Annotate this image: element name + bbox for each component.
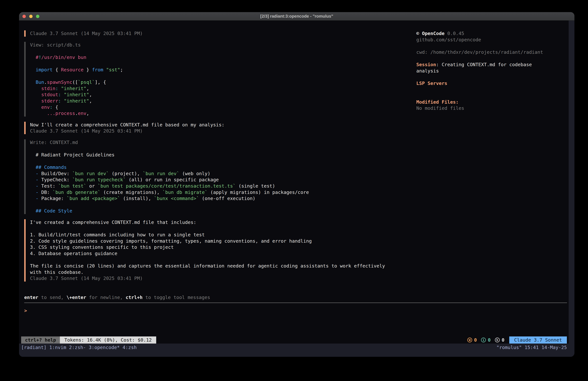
terminal-line xyxy=(416,93,566,99)
warning-diagnostic: W0 xyxy=(467,337,477,343)
info-icon: i xyxy=(481,337,486,342)
traffic-lights xyxy=(22,12,39,21)
info-diagnostic: i0 xyxy=(481,337,491,343)
tmux-window-list[interactable]: [radiant] 1:nvim 2:zsh- 3:opencode* 4:zs… xyxy=(21,344,137,351)
assistant-text-block: Now I'll create a comprehensive CONTEXT.… xyxy=(24,122,402,134)
tmux-status-bar: [radiant] 1:nvim 2:zsh- 3:opencode* 4:zs… xyxy=(19,344,574,357)
terminal-line xyxy=(416,74,566,80)
model-badge[interactable]: Claude 3.7 Sonnet xyxy=(509,336,567,344)
terminal-line: 1. Build/lint/test commands including ho… xyxy=(30,232,402,238)
terminal-line xyxy=(416,86,566,93)
terminal-line: 2. Code style guidelines covering import… xyxy=(30,238,402,244)
terminal-line: github.com/sst/opencode xyxy=(416,37,566,43)
terminal-line: - Package: `bun add <package>` (install)… xyxy=(30,195,402,202)
terminal-line: Claude 3.7 Sonnet (14 May 2025 03:41 PM) xyxy=(30,30,402,37)
terminal-line xyxy=(30,202,402,208)
terminal-line: Claude 3.7 Sonnet (14 May 2025 03:41 PM) xyxy=(30,128,402,134)
terminal-line xyxy=(30,146,402,152)
terminal-line: © OpenCode 0.0.45 xyxy=(416,30,566,37)
terminal-line: - Test: `bun test` or `bun test packages… xyxy=(30,183,402,189)
hint-icon: h xyxy=(495,337,500,342)
terminal-line: # Radiant Project Guidelines xyxy=(30,152,402,158)
assistant-summary-block: I've created a comprehensive CONTEXT.md … xyxy=(24,219,402,282)
status-bar: ctrl+? help Tokens: 16.4K (8%), Cost: $0… xyxy=(19,336,569,344)
hint-diagnostic: h0 xyxy=(495,337,504,343)
terminal-line: Bun.spawnSync([`psql`], { xyxy=(30,79,402,85)
terminal-line xyxy=(30,48,402,54)
window-titlebar: [2/3] radiant:3:opencode - "romulus" xyxy=(19,12,574,21)
terminal-line: #!/usr/bin/env bun xyxy=(30,54,402,61)
tmux-session-clock: "romulus" 15:41 14-May-25 xyxy=(497,344,567,351)
window-title: [2/3] radiant:3:opencode - "romulus" xyxy=(260,14,333,19)
terminal-line: ## Commands xyxy=(30,164,402,171)
terminal-line: import { Resource } from "sst"; xyxy=(30,67,402,73)
terminal-line: with this codebase. xyxy=(30,269,402,275)
chat-input[interactable]: > xyxy=(24,308,567,327)
terminal-line: 4. Database operations guidance xyxy=(30,250,402,257)
terminal-line: - TypeCheck: `bun run typecheck` (all) o… xyxy=(30,177,402,183)
zoom-button[interactable] xyxy=(36,15,39,18)
terminal-window: [2/3] radiant:3:opencode - "romulus" Cla… xyxy=(19,12,574,357)
status-bar-left: ctrl+? help Tokens: 16.4K (8%), Cost: $0… xyxy=(21,336,156,344)
terminal-line: I've created a comprehensive CONTEXT.md … xyxy=(30,219,402,225)
minimize-button[interactable] xyxy=(29,15,33,18)
terminal-line: Write: CONTEXT.md xyxy=(30,139,402,146)
status-bar-right: W0i0h0 Claude 3.7 Sonnet xyxy=(463,336,567,344)
terminal-line xyxy=(416,43,566,49)
warning-icon: W xyxy=(467,337,472,342)
terminal-line xyxy=(30,73,402,79)
message-list: Claude 3.7 Sonnet (14 May 2025 03:41 PM)… xyxy=(24,30,402,287)
session-sidebar: © OpenCode 0.0.45github.com/sst/opencode… xyxy=(416,30,566,112)
diagnostics-counters: W0i0h0 xyxy=(463,337,504,343)
terminal-line: No modified files xyxy=(416,105,566,112)
terminal-line: ## Code Style xyxy=(30,208,402,214)
opencode-tui: Claude 3.7 Sonnet (14 May 2025 03:41 PM)… xyxy=(19,21,569,344)
terminal-line xyxy=(30,158,402,164)
terminal-line: Session: Creating CONTEXT.md for codebas… xyxy=(416,62,566,68)
terminal-line: cwd: /home/thdxr/dev/projects/radiant/ra… xyxy=(416,49,566,55)
terminal-line: The file is concise (20 lines) and captu… xyxy=(30,263,402,269)
assistant-meta-block: Claude 3.7 Sonnet (14 May 2025 03:41 PM) xyxy=(24,30,402,37)
terminal-line xyxy=(30,60,402,67)
tokens-cost-badge: Tokens: 16.4K (8%), Cost: $0.12 xyxy=(60,336,156,344)
tool-write-block: Write: CONTEXT.md # Radiant Project Guid… xyxy=(24,139,402,214)
close-button[interactable] xyxy=(22,15,26,18)
terminal-line: - DB: `bun db generate` (create migratio… xyxy=(30,189,402,196)
terminal-line: ...process.env, xyxy=(30,110,402,116)
help-badge[interactable]: ctrl+? help xyxy=(21,336,60,344)
terminal-line: stdin: "inherit", xyxy=(30,85,402,92)
tool-view-block: View: script/db.ts #!/usr/bin/env bun im… xyxy=(24,42,402,116)
terminal-line: LSP Servers xyxy=(416,80,566,87)
input-separator xyxy=(24,303,567,303)
warning-count: 0 xyxy=(474,337,477,343)
terminal-line: analysis xyxy=(416,68,566,74)
terminal-line: env: { xyxy=(30,104,402,111)
terminal-line xyxy=(30,225,402,232)
info-count: 0 xyxy=(488,337,491,343)
hint-count: 0 xyxy=(502,337,504,343)
terminal-line: Claude 3.7 Sonnet (14 May 2025 03:41 PM) xyxy=(30,275,402,282)
prompt-caret: > xyxy=(24,308,27,313)
terminal-line: 3. CSS styling conventions specific to t… xyxy=(30,244,402,250)
terminal-line: stdout: "inherit", xyxy=(30,91,402,98)
screen: [2/3] radiant:3:opencode - "romulus" Cla… xyxy=(0,0,588,381)
terminal-line: - Build/Dev: `bun run dev` (project), `b… xyxy=(30,171,402,177)
terminal-line xyxy=(416,55,566,62)
terminal-line: View: script/db.ts xyxy=(30,42,402,48)
terminal-line: Now I'll create a comprehensive CONTEXT.… xyxy=(30,122,402,128)
terminal-line: Modified Files: xyxy=(416,99,566,105)
terminal-line xyxy=(30,257,402,263)
terminal-line: stderr: "inherit", xyxy=(30,98,402,104)
keybinding-hint-line: enter to send, \+enter for newline, ctrl… xyxy=(24,294,210,301)
